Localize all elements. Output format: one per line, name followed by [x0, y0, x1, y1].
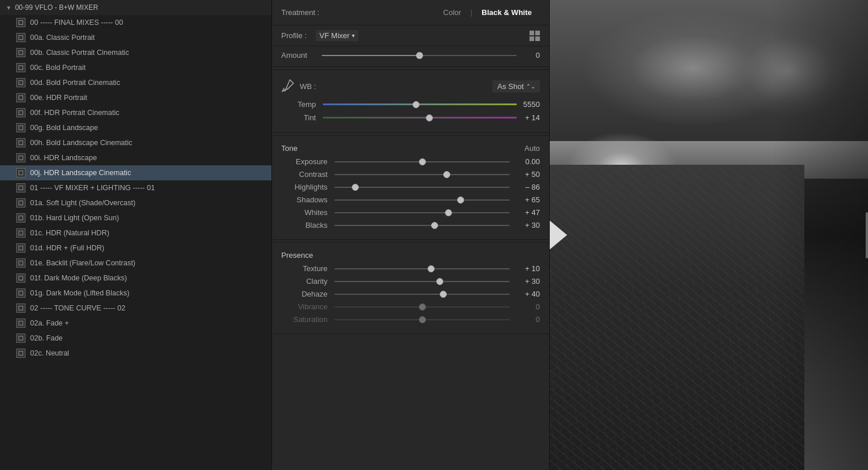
- tint-slider[interactable]: [323, 114, 517, 122]
- tone-slider-1[interactable]: [334, 171, 510, 179]
- profile-select[interactable]: VF Mixer ▾: [316, 30, 358, 41]
- preset-item-02b[interactable]: 02b. Fade: [0, 331, 271, 346]
- presence-thumb-3: [419, 304, 426, 310]
- preset-label: 01d. HDR + (Full HDR): [30, 244, 104, 252]
- preset-item-01e[interactable]: 01e. Backlit (Flare/Low Contrast): [0, 256, 271, 271]
- wb-value: As Shot: [497, 82, 524, 91]
- preset-label: 01 ----- VF MIXER + LIGHTING ----- 01: [30, 184, 155, 192]
- tone-thumb-0[interactable]: [419, 158, 426, 165]
- preset-label: 00e. HDR Portrait: [30, 94, 87, 102]
- presence-slider-2[interactable]: [334, 290, 510, 298]
- tone-thumb-1[interactable]: [443, 171, 450, 178]
- tone-row-whites: Whites + 47: [281, 208, 540, 217]
- wb-select[interactable]: As Shot ⌃⌄: [492, 80, 540, 92]
- tint-thumb[interactable]: [426, 114, 433, 121]
- temp-slider[interactable]: [323, 101, 517, 109]
- presence-thumb-1[interactable]: [436, 278, 443, 285]
- presence-label-1: Clarity: [281, 277, 328, 286]
- presence-value-3: 0: [514, 302, 540, 311]
- preset-label: 00i. HDR Landscape: [30, 154, 97, 162]
- preset-item-00_final[interactable]: 00 ----- FINAL MIXES ----- 00: [0, 15, 271, 30]
- amount-slider[interactable]: [322, 55, 517, 56]
- preset-item-00b[interactable]: 00b. Classic Portrait Cinematic: [0, 45, 271, 60]
- preset-icon: [16, 108, 25, 117]
- preset-item-01b[interactable]: 01b. Hard Light (Open Sun): [0, 210, 271, 225]
- tone-thumb-3[interactable]: [457, 197, 464, 203]
- wb-dropdown-arrow: ⌃⌄: [526, 83, 535, 90]
- preset-item-00g[interactable]: 00g. Bold Landscape: [0, 120, 271, 135]
- tint-row: Tint + 14: [281, 113, 540, 122]
- preset-icon: [16, 33, 25, 42]
- tone-value-3: + 65: [514, 195, 540, 204]
- tone-slider-2[interactable]: [334, 183, 510, 191]
- preset-item-00a[interactable]: 00a. Classic Portrait: [0, 30, 271, 45]
- temp-thumb[interactable]: [413, 101, 420, 108]
- preset-label: 00 ----- FINAL MIXES ----- 00: [30, 18, 123, 27]
- tone-slider-3[interactable]: [334, 196, 510, 204]
- tone-label-5: Blacks: [281, 221, 328, 230]
- presence-slider-4: [334, 316, 510, 324]
- temp-value: 5550: [517, 100, 540, 109]
- amount-thumb[interactable]: [416, 52, 423, 59]
- color-treatment-btn[interactable]: Color: [435, 6, 469, 19]
- preset-item-00i[interactable]: 00i. HDR Landscape: [0, 150, 271, 165]
- preset-item-00d[interactable]: 00d. Bold Portrait Cinematic: [0, 75, 271, 90]
- eyedropper-icon[interactable]: [281, 78, 295, 94]
- preset-item-00j[interactable]: 00j. HDR Landscape Cinematic: [0, 165, 271, 180]
- preset-item-01g[interactable]: 01g. Dark Mode (Lifted Blacks): [0, 286, 271, 301]
- preset-label: 01e. Backlit (Flare/Low Contrast): [30, 259, 135, 267]
- temp-track: [323, 103, 517, 105]
- profile-grid-icon[interactable]: [529, 31, 540, 41]
- presence-slider-1[interactable]: [334, 277, 510, 286]
- photo-panel: [550, 0, 868, 470]
- preset-item-01f[interactable]: 01f. Dark Mode (Deep Blacks): [0, 271, 271, 286]
- section-title: 00-99 VFLO - B+W MIXER: [15, 3, 98, 12]
- presence-thumb-2[interactable]: [440, 291, 447, 298]
- preset-section-header[interactable]: ▼ 00-99 VFLO - B+W MIXER: [0, 0, 271, 15]
- preset-item-01_vf[interactable]: 01 ----- VF MIXER + LIGHTING ----- 01: [0, 180, 271, 195]
- tone-auto-btn[interactable]: Auto: [524, 144, 540, 153]
- tone-slider-4[interactable]: [334, 209, 510, 217]
- amount-label: Amount: [281, 51, 322, 60]
- presence-label-4: Saturation: [281, 315, 328, 324]
- wb-section: WB : As Shot ⌃⌄ Temp 5550 Tint + 14: [272, 72, 549, 133]
- divider-1: [272, 69, 549, 70]
- preset-item-00f[interactable]: 00f. HDR Portrait Cinematic: [0, 105, 271, 120]
- bw-treatment-btn[interactable]: Black & White: [473, 6, 540, 19]
- presence-slider-0[interactable]: [334, 265, 510, 273]
- tone-thumb-5[interactable]: [431, 222, 438, 229]
- preset-label: 00h. Bold Landscape Cinematic: [30, 139, 133, 147]
- presence-label-3: Vibrance: [281, 302, 328, 311]
- preset-item-01c[interactable]: 01c. HDR (Natural HDR): [0, 225, 271, 240]
- tone-track-3: [334, 199, 510, 201]
- preset-item-00h[interactable]: 00h. Bold Landscape Cinematic: [0, 135, 271, 150]
- tint-label: Tint: [281, 113, 316, 122]
- presence-thumb-4: [419, 316, 426, 323]
- preset-item-02_tone[interactable]: 02 ----- TONE CURVE ----- 02: [0, 301, 271, 316]
- tone-row-blacks: Blacks + 30: [281, 221, 540, 230]
- develop-panel: Treatment : Color | Black & White Profil…: [272, 0, 550, 470]
- tone-thumb-4[interactable]: [445, 209, 452, 216]
- tone-slider-5[interactable]: [334, 221, 510, 230]
- tone-slider-0[interactable]: [334, 158, 510, 166]
- tone-thumb-2[interactable]: [352, 184, 359, 191]
- preset-item-02a[interactable]: 02a. Fade +: [0, 316, 271, 331]
- tone-title: Tone: [281, 144, 297, 153]
- right-scrollbar[interactable]: [866, 212, 868, 258]
- preset-item-00e[interactable]: 00e. HDR Portrait: [0, 90, 271, 105]
- preset-label: 00d. Bold Portrait Cinematic: [30, 79, 120, 87]
- presence-thumb-0[interactable]: [428, 265, 435, 272]
- presence-value-2: + 40: [514, 290, 540, 298]
- preset-icon: [16, 93, 25, 102]
- preset-icon: [16, 48, 25, 57]
- preset-label: 02b. Fade: [30, 334, 62, 342]
- tone-section: Tone Auto Exposure 0.00 Contrast + 50 Hi…: [272, 138, 549, 240]
- preset-label: 02 ----- TONE CURVE ----- 02: [30, 304, 126, 312]
- preset-item-02c[interactable]: 02c. Neutral: [0, 346, 271, 361]
- profile-row: Profile : VF Mixer ▾: [272, 25, 549, 46]
- preset-item-01a[interactable]: 01a. Soft Light (Shade/Overcast): [0, 195, 271, 210]
- preset-item-01d[interactable]: 01d. HDR + (Full HDR): [0, 240, 271, 256]
- preset-item-00c[interactable]: 00c. Bold Portrait: [0, 60, 271, 75]
- tone-row-highlights: Highlights – 86: [281, 183, 540, 191]
- presence-label-0: Texture: [281, 264, 328, 273]
